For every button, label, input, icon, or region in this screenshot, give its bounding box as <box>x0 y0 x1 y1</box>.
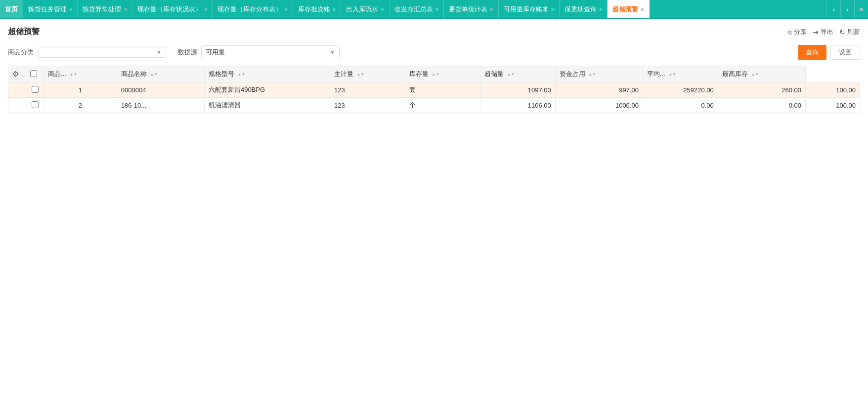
nav-item-3[interactable]: 现存量（库存分布表） × <box>213 0 293 18</box>
nav-item-1[interactable]: 拣货异常处理 × <box>78 0 132 18</box>
nav-home-label: 首页 <box>5 5 18 14</box>
nav-close-7[interactable]: × <box>490 6 493 12</box>
datasource-chevron-icon: ▼ <box>330 49 335 55</box>
nav-item-2[interactable]: 现存量（库存状况表） × <box>132 0 213 18</box>
td-row-action-0 <box>8 82 26 98</box>
settings-button[interactable]: 设置 <box>830 45 860 60</box>
nav-item-5[interactable]: 出入库流水 × <box>341 0 389 18</box>
nav-item-7[interactable]: 要货单统计表 × <box>444 0 498 18</box>
nav-close-5[interactable]: × <box>381 6 384 12</box>
nav-label-9: 保质期查询 <box>564 5 597 14</box>
row-checkbox-0[interactable] <box>32 86 39 93</box>
td-capital-0: 259220.00 <box>643 82 718 98</box>
nav-item-10[interactable]: 超储预警 × <box>608 0 649 18</box>
td-code-0: 0000004 <box>117 82 204 98</box>
nav-item-9[interactable]: 保质期查询 × <box>560 0 608 18</box>
th-capital: 资金占用 ▲▼ <box>555 66 643 82</box>
sort-name-icon[interactable]: ▲▼ <box>150 73 158 77</box>
nav-close-4[interactable]: × <box>333 6 336 12</box>
nav-close-1[interactable]: × <box>124 6 127 12</box>
nav-item-4[interactable]: 库存批次账 × <box>293 0 341 18</box>
td-spec-0: 123 <box>330 82 405 98</box>
table-row: 2 186-10... 机油滤清器 123 个 1106.00 1006.00 … <box>8 98 860 113</box>
table-header: ⚙ 商品... ▲▼ 商品名称 ▲▼ 规格型号 ▲▼ 主计 <box>8 66 860 82</box>
th-settings: ⚙ <box>8 66 26 82</box>
nav-item-0[interactable]: 拣货任务管理 × <box>23 0 78 18</box>
td-name-1: 机油滤清器 <box>204 98 330 113</box>
sort-unit-icon[interactable]: ▲▼ <box>357 73 365 77</box>
td-capital-1: 0.00 <box>643 98 718 113</box>
th-unit: 主计量 ▲▼ <box>330 66 405 82</box>
nav-label-4: 库存批次账 <box>298 5 330 14</box>
datasource-filter-group: 数据源 可用量 ▼ <box>178 45 340 59</box>
td-maxstock-1: 100.00 <box>805 98 860 113</box>
nav-next-arrow[interactable]: › <box>840 0 854 18</box>
nav-close-0[interactable]: × <box>69 6 72 12</box>
nav-label-1: 拣货异常处理 <box>83 5 121 14</box>
share-button[interactable]: ⎋ 分享 <box>788 28 807 37</box>
sort-maxstock-icon[interactable]: ▲▼ <box>751 73 759 77</box>
nav-label-3: 现存量（库存分布表） <box>217 5 282 14</box>
td-unit-0: 套 <box>405 82 480 98</box>
sort-spec-icon[interactable]: ▲▼ <box>238 73 246 77</box>
share-label: 分享 <box>794 28 807 37</box>
nav-item-8[interactable]: 可用量库存账本 × <box>499 0 560 18</box>
category-select[interactable]: ▼ <box>38 47 166 58</box>
nav-prev-arrow[interactable]: ‹ <box>826 0 840 18</box>
td-spec-1: 123 <box>330 98 405 113</box>
th-stock: 库存量 ▲▼ <box>405 66 480 82</box>
category-filter-group: 商品分类 ▼ <box>8 47 166 58</box>
th-maxstock: 最高库存 ▲▼ <box>718 66 805 82</box>
datasource-select[interactable]: 可用量 ▼ <box>201 45 340 59</box>
nav-home[interactable]: 首页 <box>0 0 23 18</box>
td-unit-1: 个 <box>405 98 480 113</box>
query-button[interactable]: 查询 <box>798 45 826 60</box>
export-icon: ⇥ <box>813 28 819 36</box>
refresh-icon: ↻ <box>839 28 845 36</box>
nav-item-6[interactable]: 收发存汇总表 × <box>390 0 444 18</box>
row-checkbox-1[interactable] <box>32 101 39 108</box>
td-stock-1: 1106.00 <box>480 98 555 113</box>
sort-avg-icon[interactable]: ▲▼ <box>668 73 676 77</box>
nav-close-8[interactable]: × <box>551 6 554 12</box>
filter-buttons: 查询 设置 <box>798 45 860 60</box>
td-name-0: 六配套新昌490BPG <box>204 82 330 98</box>
nav-close-3[interactable]: × <box>284 6 287 12</box>
td-checkbox-1 <box>26 98 44 113</box>
table-body: 1 0000004 六配套新昌490BPG 123 套 1097.00 997.… <box>8 82 860 113</box>
th-name-label: 商品名称 <box>121 70 147 78</box>
sort-overstock-icon[interactable]: ▲▼ <box>507 73 515 77</box>
th-spec: 规格型号 ▲▼ <box>204 66 330 82</box>
nav-label-6: 收发存汇总表 <box>394 5 433 14</box>
page-container: 超储预警 ⎋ 分享 ⇥ 导出 ↻ 刷新 商品分类 ▼ 数据源 <box>0 19 868 395</box>
settings-gear-icon[interactable]: ⚙ <box>12 70 19 78</box>
top-nav: 首页 拣货任务管理 × 拣货异常处理 × 现存量（库存状况表） × 现存量（库存… <box>0 0 868 19</box>
export-label: 导出 <box>821 28 833 37</box>
td-code-1: 186-10... <box>117 98 204 113</box>
category-label: 商品分类 <box>8 48 34 57</box>
header-actions: ⎋ 分享 ⇥ 导出 ↻ 刷新 <box>788 28 860 37</box>
sort-stock-icon[interactable]: ▲▼ <box>432 73 440 77</box>
th-maxstock-label: 最高库存 <box>722 70 748 78</box>
nav-close-all[interactable]: × <box>854 0 868 18</box>
th-spec-label: 规格型号 <box>209 70 234 78</box>
td-checkbox-0 <box>26 82 44 98</box>
sort-capital-icon[interactable]: ▲▼ <box>588 73 596 77</box>
th-overstock-label: 超储量 <box>484 70 504 78</box>
nav-label-2: 现存量（库存状况表） <box>137 5 202 14</box>
refresh-button[interactable]: ↻ 刷新 <box>839 28 860 37</box>
export-button[interactable]: ⇥ 导出 <box>813 28 833 37</box>
select-all-checkbox[interactable] <box>30 70 37 77</box>
nav-close-9[interactable]: × <box>599 6 602 12</box>
td-num-0: 1 <box>44 82 117 98</box>
nav-label-0: 拣货任务管理 <box>28 5 67 14</box>
sort-code-icon[interactable]: ▲▼ <box>69 73 77 77</box>
td-maxstock-0: 100.00 <box>805 82 860 98</box>
nav-close-6[interactable]: × <box>435 6 438 12</box>
th-unit-label: 主计量 <box>334 70 353 78</box>
nav-close-2[interactable]: × <box>204 6 207 12</box>
category-chevron-icon: ▼ <box>156 49 162 55</box>
nav-close-10[interactable]: × <box>641 6 644 12</box>
th-avg-label: 平均... <box>647 70 665 78</box>
td-overstock-1: 1006.00 <box>555 98 643 113</box>
